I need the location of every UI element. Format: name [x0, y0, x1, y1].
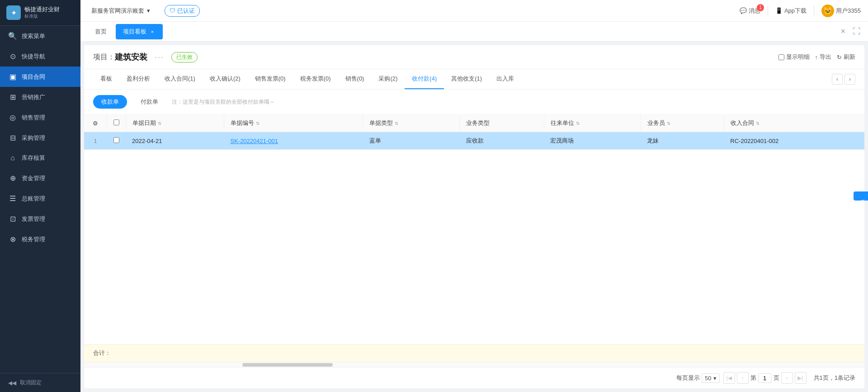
sub-tabs-next-arrow[interactable]: › — [844, 74, 855, 85]
tab-project-board[interactable]: 项目看板 × — [116, 24, 163, 39]
page-prev-button[interactable]: ‹ — [737, 372, 749, 384]
sidebar-item-sales[interactable]: ◎ 销售管理 — [0, 107, 80, 128]
sidebar-item-quicknav[interactable]: ⊙ 快捷导航 — [0, 46, 80, 67]
th-type-sortable[interactable]: 单据类型 ⇅ — [369, 119, 453, 127]
sidebar-item-label: 发票管理 — [22, 215, 45, 223]
project-status-badge: 已生效 — [171, 52, 198, 62]
topbar-right: 💬 消息 1 📱 App下载 🐱 用户3355 — [740, 5, 861, 17]
maximize-icon[interactable]: ⛶ — [853, 27, 861, 36]
filter-bar: 收款单 付款单 注：这里是与项目关联的全部收付款单哦～ — [84, 90, 864, 115]
horizontal-scrollbar[interactable] — [84, 362, 864, 367]
sidebar-logo: ✦ 畅捷通好业财 标准版 — [0, 0, 80, 26]
page-next-button[interactable]: › — [781, 372, 793, 384]
gift-icon: ⊞ — [8, 93, 17, 101]
sidebar-item-invoice[interactable]: ⊡ 发票管理 — [0, 209, 80, 229]
page-size-box[interactable]: 50 ▾ — [702, 373, 719, 383]
close-window-icon[interactable]: × — [840, 27, 845, 36]
export-button[interactable]: ↑ 导出 — [815, 53, 832, 61]
sub-tab-purchase[interactable]: 采购(2) — [371, 69, 405, 89]
topbar-divider2 — [814, 5, 814, 16]
tab-close-icon[interactable]: × — [149, 29, 156, 35]
project-more-icon[interactable]: ··· — [155, 53, 164, 62]
tab-home[interactable]: 首页 — [88, 24, 114, 39]
export-label: 导出 — [820, 53, 831, 61]
page-number-input[interactable] — [758, 373, 772, 383]
refresh-button[interactable]: ↻ 刷新 — [837, 53, 855, 61]
page-first-icon: |◀ — [726, 375, 731, 381]
sub-tab-sales-invoice[interactable]: 销售发票(0) — [248, 69, 293, 89]
app-download-label: App下载 — [784, 7, 807, 15]
table-row[interactable]: 1 2022-04-21 SK-20220421-001 蓝单 应收款 宏茂商场… — [84, 132, 864, 150]
receipt-filter-button[interactable]: 收款单 — [93, 95, 127, 109]
page-last-icon: ▶| — [797, 375, 803, 381]
th-number-sortable[interactable]: 单据编号 ⇅ — [231, 119, 356, 127]
th-salesman: 业务员 ⇅ — [641, 115, 724, 132]
sidebar-item-label: 库存核算 — [22, 154, 45, 162]
td-date: 2022-04-21 — [126, 132, 224, 150]
sub-tabs: 看板 盈利分析 收入合同(1) 收入确认(2) 销售发票(0) 税务发票(0) … — [84, 69, 864, 90]
app-edition: 标准版 — [24, 13, 60, 19]
th-date-sortable[interactable]: 单据日期 ⇅ — [132, 119, 217, 127]
sidebar: ✦ 畅捷通好业财 标准版 🔍 搜索菜单 ⊙ 快捷导航 ▣ 项目合同 ⊞ 营销推广… — [0, 0, 80, 392]
avatar: 🐱 — [821, 5, 834, 17]
user-menu[interactable]: 🐱 用户3355 — [821, 5, 861, 17]
messages-button[interactable]: 💬 消息 1 — [740, 7, 760, 15]
page-size-label: 每页显示 — [676, 374, 700, 382]
sub-tab-stock[interactable]: 出入库 — [489, 69, 521, 89]
filter-note: 注：这里是与项目关联的全部收付款单哦～ — [172, 98, 275, 106]
app-download-button[interactable]: 📱 App下载 — [775, 7, 807, 15]
sub-tabs-prev-arrow[interactable]: ‹ — [832, 74, 843, 85]
topbar-divider — [768, 5, 768, 16]
sub-tab-kanban[interactable]: 看板 — [93, 69, 119, 89]
page-last-button[interactable]: ▶| — [795, 372, 807, 384]
purchase-icon: ⊟ — [8, 134, 17, 142]
contract-icon: ▣ — [8, 72, 17, 81]
sidebar-item-contract[interactable]: ▣ 项目合同 — [0, 67, 80, 87]
sidebar-item-tax[interactable]: ⊗ 税务管理 — [0, 229, 80, 249]
th-partner-sortable[interactable]: 往来单位 ⇅ — [551, 119, 634, 127]
scrollbar-thumb[interactable] — [242, 363, 333, 367]
show-detail-input[interactable] — [778, 54, 784, 60]
sub-tabs-arrows: ‹ › — [832, 74, 855, 85]
table-wrap: ⚙ 单据日期 ⇅ 单据编号 — [84, 115, 864, 344]
receipt-number-link[interactable]: SK-20220421-001 — [230, 138, 278, 144]
page-first-button[interactable]: |◀ — [723, 372, 735, 384]
td-biz-type: 应收款 — [460, 132, 544, 150]
select-all-checkbox[interactable] — [113, 120, 119, 125]
show-detail-checkbox[interactable]: 显示明细 — [778, 53, 810, 61]
sub-tab-payment[interactable]: 收付款(4) — [405, 69, 444, 89]
sidebar-item-marketing[interactable]: ⊞ 营销推广 — [0, 87, 80, 107]
sort-icon2: ⇅ — [256, 121, 259, 126]
sidebar-item-ledger[interactable]: ☰ 总账管理 — [0, 188, 80, 209]
sidebar-item-label: 搜索菜单 — [22, 32, 45, 40]
sub-tab-revenue-confirm[interactable]: 收入确认(2) — [203, 69, 248, 89]
sidebar-unpin-footer[interactable]: ◀◀ 取消固定 — [0, 373, 80, 392]
th-salesman-sortable[interactable]: 业务员 ⇅ — [647, 119, 717, 127]
side-feedback-button[interactable]: 反馈 — [854, 191, 868, 201]
refresh-icon: ↻ — [837, 54, 842, 61]
sidebar-item-label: 营销推广 — [22, 93, 45, 101]
account-selector[interactable]: 新服务官网演示账套 ▾ — [88, 5, 154, 17]
payment-filter-button[interactable]: 付款单 — [132, 95, 166, 109]
sub-tab-profit[interactable]: 盈利分析 — [119, 69, 157, 89]
sort-icon3: ⇅ — [395, 121, 398, 126]
unpin-label: 取消固定 — [20, 379, 42, 387]
project-header: 项目： 建筑安装 ··· 已生效 显示明细 ↑ 导出 ↻ 刷新 — [84, 45, 864, 69]
sub-tab-sales[interactable]: 销售(0) — [338, 69, 372, 89]
th-settings[interactable]: ⚙ — [84, 115, 107, 132]
sidebar-item-purchase[interactable]: ⊟ 采购管理 — [0, 128, 80, 148]
sidebar-item-search[interactable]: 🔍 搜索菜单 — [0, 26, 80, 46]
page-nav: |◀ ‹ 第 页 › ▶| — [723, 372, 807, 384]
sidebar-item-label: 总账管理 — [22, 195, 45, 203]
sub-tab-tax-invoice[interactable]: 税务发票(0) — [293, 69, 338, 89]
th-number: 单据编号 ⇅ — [224, 115, 363, 132]
sidebar-item-finance[interactable]: ⊕ 资金管理 — [0, 168, 80, 188]
td-partner: 宏茂商场 — [544, 132, 641, 150]
row-checkbox[interactable] — [113, 137, 119, 143]
page-size-value: 50 — [705, 375, 711, 382]
sidebar-item-inventory[interactable]: ⌂ 库存核算 — [0, 148, 80, 168]
th-contract-sortable[interactable]: 收入合同 ⇅ — [731, 119, 858, 127]
sub-tab-other[interactable]: 其他收支(1) — [444, 69, 489, 89]
sub-tab-income-contract[interactable]: 收入合同(1) — [157, 69, 203, 89]
unpin-icon: ◀◀ — [8, 380, 16, 386]
